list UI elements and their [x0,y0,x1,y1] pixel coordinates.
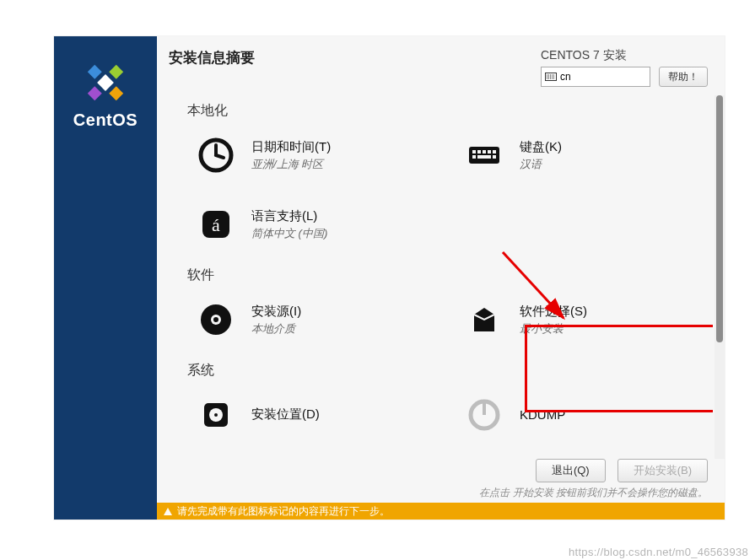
svg-rect-11 [483,150,486,153]
brand-text: CentOS [73,110,138,130]
svg-point-21 [213,317,218,322]
software-title: 软件选择(S) [520,304,587,320]
spoke-software-selection[interactable]: 软件选择(S) 最小安装 [456,293,700,347]
centos-logo: CentOS [73,60,138,130]
langsupp-title: 语言支持(L) [251,208,327,224]
software-sub: 最小安装 [520,321,587,337]
svg-text:á: á [212,214,220,235]
hdd-icon [192,391,240,439]
kdump-title: KDUMP [520,407,565,422]
sidebar: CentOS [54,36,157,520]
begin-install-button[interactable]: 开始安装(B) [617,459,708,482]
distro-label: CENTOS 7 安装 [541,48,708,63]
svg-rect-12 [488,150,491,153]
svg-rect-16 [493,155,496,159]
spoke-keyboard[interactable]: 键盘(K) 汉语 [456,128,700,182]
keyboard-sub: 汉语 [520,157,562,172]
kdump-icon [461,391,508,439]
source-title: 安装源(I) [251,304,301,320]
header: 安装信息摘要 CENTOS 7 安装 cn 帮助！ [157,36,725,95]
svg-rect-10 [477,150,481,153]
help-button[interactable]: 帮助！ [659,67,708,87]
package-icon [461,296,508,343]
keyboard-layout-indicator[interactable]: cn [541,67,650,87]
svg-rect-0 [109,65,123,79]
scrollbar-thumb[interactable] [716,95,723,342]
svg-rect-15 [477,155,491,159]
watermark: https://blog.csdn.net/m0_46563938 [569,546,748,558]
spoke-install-source[interactable]: 安装源(I) 本地介质 [187,293,432,347]
quit-button[interactable]: 退出(Q) [536,459,606,482]
scrollbar[interactable] [715,95,725,459]
svg-rect-2 [88,86,102,100]
keyboard-title: 键盘(K) [520,139,562,155]
dest-title: 安装位置(D) [251,407,320,423]
svg-rect-14 [472,155,476,159]
spoke-datetime[interactable]: 日期和时间(T) 亚洲/上海 时区 [187,128,432,182]
centos-logo-icon [83,60,128,105]
svg-rect-1 [109,86,123,100]
datetime-title: 日期和时间(T) [251,139,331,155]
warning-icon [164,508,172,515]
language-icon: á [192,201,240,248]
svg-point-24 [214,413,218,417]
section-software: 软件 [187,267,713,284]
svg-rect-3 [88,65,102,79]
content-area: 本地化 日期和时间(T) 亚洲/上海 时区 [157,95,713,459]
source-sub: 本地介质 [251,321,301,337]
warning-bar: 请先完成带有此图标标记的内容再进行下一步。 [157,503,725,520]
svg-rect-13 [493,150,496,153]
keyboard-icon [461,132,508,179]
langsupp-sub: 简体中文 (中国) [251,226,327,241]
section-localization: 本地化 [187,102,713,120]
clock-icon [192,132,240,179]
svg-rect-4 [97,74,114,91]
datetime-sub: 亚洲/上海 时区 [251,157,331,172]
svg-rect-26 [483,403,486,415]
section-system: 系统 [187,362,713,380]
footer: 退出(Q) 开始安装(B) 在点击 开始安装 按钮前我们并不会操作您的磁盘。 [157,459,725,503]
svg-line-7 [216,155,224,158]
warning-text: 请先完成带有此图标标记的内容再进行下一步。 [177,504,390,519]
disc-icon [192,296,240,343]
keyboard-mini-icon [545,73,557,81]
spoke-install-destination[interactable]: 安装位置(D) [187,388,432,442]
spoke-kdump[interactable]: KDUMP [456,388,700,442]
svg-rect-9 [472,150,476,153]
footer-note: 在点击 开始安装 按钮前我们并不会操作您的磁盘。 [479,486,708,500]
main-panel: 安装信息摘要 CENTOS 7 安装 cn 帮助！ 本地化 [157,36,725,520]
layout-code: cn [560,71,571,83]
spoke-language-support[interactable]: á 语言支持(L) 简体中文 (中国) [187,197,432,251]
